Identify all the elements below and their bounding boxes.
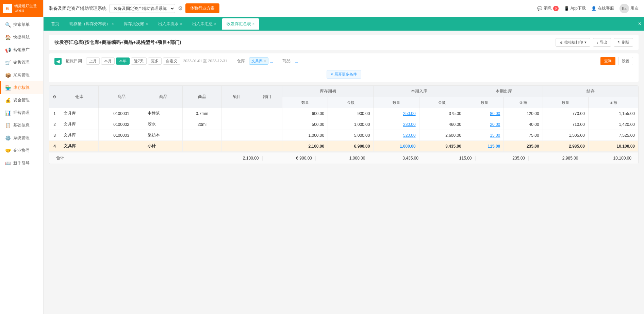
sidebar-item-search[interactable]: 🔍 搜索菜单 <box>0 18 43 31</box>
sidebar-item-label: 系统管理 <box>13 135 30 141</box>
tab-close-icon[interactable]: × <box>252 22 254 26</box>
row-open-amt: 5,000.00 <box>328 130 374 141</box>
sidebar-item-guide[interactable]: 📖 新手引导 <box>0 157 43 169</box>
sidebar-item-system[interactable]: ⚙️ 系统管理 <box>0 132 43 144</box>
message-btn[interactable]: 💬 消息 6 <box>537 5 559 11</box>
app-download-btn[interactable]: 📱 App下载 <box>564 5 586 11</box>
row-in-amt: 460.00 <box>419 119 465 130</box>
more-btn[interactable]: 更多 <box>148 57 162 65</box>
operation-icon: 📊 <box>5 110 11 116</box>
row-dept <box>252 108 282 119</box>
sidebar-item-label: 营销推广 <box>13 47 30 53</box>
online-service-btn[interactable]: 👤 在线客服 <box>591 5 614 11</box>
tab-close-icon[interactable]: × <box>146 22 148 26</box>
footer-in-qty: 1,000.00 <box>316 156 369 161</box>
system-selector[interactable]: 装备及固定资产辅助管理系统 <box>109 4 175 13</box>
sidebar-item-purchase[interactable]: 📦 采购管理 <box>0 69 43 81</box>
sidebar-item-enterprise[interactable]: 🤝 企业协同 <box>0 144 43 157</box>
sidebar-item-label: 快捷导航 <box>13 34 30 40</box>
tab-recv-summary[interactable]: 收发存汇总表 × <box>222 18 259 30</box>
app-edition: 标准版 <box>14 9 37 14</box>
col-spec-header: 商品 <box>183 86 221 108</box>
row-out-amt: 120.00 <box>504 108 543 119</box>
main-area: 装备及固定资产辅助管理系统 装备及固定资产辅助管理系统 ⚙ 体验行业方案 💬 消… <box>44 0 644 314</box>
settings-btn[interactable]: 设置 <box>618 57 633 65</box>
subtotal-bal-qty: 2,985.00 <box>543 141 588 152</box>
sidebar-item-label: 库存核算 <box>13 85 30 90</box>
sidebar-item-base[interactable]: 📋 基础信息 <box>0 119 43 132</box>
sidebar-item-label: 销售管理 <box>13 60 30 65</box>
subtotal-dept <box>252 141 282 152</box>
logo-icon: 6 <box>3 4 12 13</box>
user-btn[interactable]: Ea 用友 <box>620 4 639 13</box>
footer-bal-amt: 10,100.00 <box>582 156 635 161</box>
subtotal-in-qty[interactable]: 1,000.00 <box>374 141 419 152</box>
topbar: 装备及固定资产辅助管理系统 装备及固定资产辅助管理系统 ⚙ 体验行业方案 💬 消… <box>44 0 644 17</box>
this-month-btn[interactable]: 本月 <box>101 57 115 65</box>
sidebar-item-label: 新手引导 <box>13 160 30 166</box>
last-month-btn[interactable]: 上月 <box>86 57 100 65</box>
tab-summary[interactable]: 出入库汇总 × <box>187 18 221 30</box>
col-open-amt-header: 金额 <box>328 97 374 108</box>
footer-open-qty: 2,100.00 <box>209 156 263 161</box>
goods-label: 商品 <box>282 58 291 64</box>
row-out-qty[interactable]: 20.00 <box>465 119 503 130</box>
footer-open-amt: 6,900.00 <box>263 156 316 161</box>
subtotal-open-amt: 6,900.00 <box>328 141 374 152</box>
sidebar-item-inventory[interactable]: 🏪 库存核算 <box>0 81 43 94</box>
warehouse-tag[interactable]: 文具库 × <box>249 57 268 65</box>
tab-close-icon[interactable]: × <box>180 22 182 26</box>
collapse-btn[interactable]: ◀ <box>54 58 62 65</box>
table-subtotal-row: 4 文具库 小计 2,100.00 6,900.00 1,000.00 3,43… <box>49 141 638 152</box>
tab-inventory-dist[interactable]: 现存量（库存分布表） × <box>65 18 118 30</box>
sidebar-item-marketing[interactable]: 📢 营销推广 <box>0 44 43 56</box>
sidebar-item-finance[interactable]: 💰 资金管理 <box>0 94 43 106</box>
warehouse-tag-close[interactable]: × <box>264 59 266 63</box>
row-in-qty[interactable]: 250.00 <box>374 108 419 119</box>
warehouse-more-btn[interactable]: ... <box>270 59 273 63</box>
sidebar-menu: 🔍 搜索菜单 🏠 快捷导航 📢 营销推广 🛒 销售管理 📦 采购管理 🏪 库存核… <box>0 17 43 314</box>
row-bal-amt: 1,155.00 <box>588 108 638 119</box>
search-icon: 🔍 <box>5 22 11 28</box>
row-goods: 胶水 <box>144 119 183 130</box>
sidebar-item-quick[interactable]: 🏠 快捷导航 <box>0 31 43 44</box>
query-btn[interactable]: 查询 <box>600 57 615 65</box>
custom-btn[interactable]: 自定义 <box>163 57 180 65</box>
tab-close-icon[interactable]: × <box>112 22 114 26</box>
footer-label: 合计 <box>56 155 64 160</box>
row-in-qty[interactable]: 230.00 <box>374 119 419 130</box>
guide-icon: 📖 <box>5 161 11 166</box>
tab-batch[interactable]: 库存批次账 × <box>119 18 152 30</box>
table-footer: 合计 2,100.00 6,900.00 1,000.00 3,435.00 1… <box>49 152 638 164</box>
export-btn[interactable]: ↓ 导出 <box>593 38 611 47</box>
last-7days-btn[interactable]: 近7天 <box>131 57 147 65</box>
print-btn[interactable]: 🖨 按模板打印 ▾ <box>556 38 590 47</box>
sidebar-item-sales[interactable]: 🛒 销售管理 <box>0 56 43 69</box>
row-in-qty[interactable]: 520.00 <box>374 130 419 141</box>
row-out-qty[interactable]: 80.00 <box>465 108 503 119</box>
subtotal-out-qty[interactable]: 115.00 <box>465 141 503 152</box>
tab-close-icon[interactable]: × <box>214 22 216 26</box>
close-all-tabs-icon[interactable]: × <box>638 21 641 27</box>
row-goods: 采访本 <box>144 130 183 141</box>
service-label: 在线客服 <box>598 5 614 11</box>
experience-btn[interactable]: 体验行业方案 <box>185 3 219 13</box>
tab-home[interactable]: 首页 <box>46 18 64 30</box>
row-open-amt: 1,000.00 <box>328 119 374 130</box>
this-year-btn[interactable]: 本年 <box>116 57 130 65</box>
settings-icon[interactable]: ⚙ <box>178 5 183 12</box>
goods-more-btn[interactable]: ... <box>295 59 298 63</box>
col-in-header: 本期入库 <box>374 86 465 97</box>
col-open-header: 库存期初 <box>282 86 373 97</box>
row-out-qty[interactable]: 15.00 <box>465 130 503 141</box>
expand-label: 展开更多条件 <box>334 72 357 77</box>
row-no: 1 <box>49 108 60 119</box>
expand-conditions-btn[interactable]: ▾ 展开更多条件 <box>327 70 361 79</box>
subtotal-label: 小计 <box>144 141 183 152</box>
sidebar-item-label: 基础信息 <box>13 122 30 128</box>
row-in-amt: 2,600.00 <box>419 130 465 141</box>
col-settings-header[interactable]: ⚙ <box>49 86 60 108</box>
refresh-btn[interactable]: ↻ 刷新 <box>614 38 633 47</box>
tab-flow[interactable]: 出入库流水 × <box>153 18 187 30</box>
sidebar-item-operation[interactable]: 📊 经营管理 <box>0 106 43 119</box>
